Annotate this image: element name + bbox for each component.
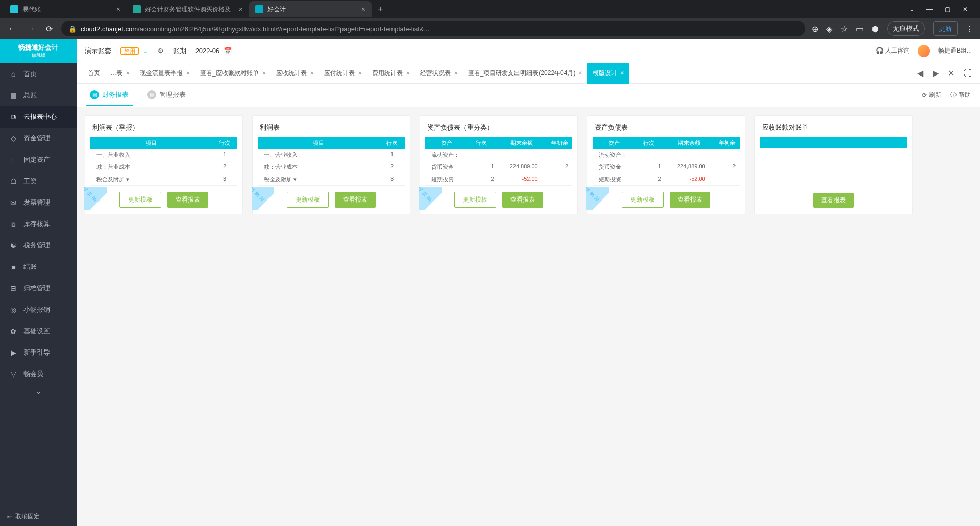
sidebar-item[interactable]: ▦ 固定资产 (0, 149, 77, 170)
sidebar-item[interactable]: ✿ 基础设置 (0, 320, 77, 342)
sub-tab-label: 管理报表 (159, 90, 186, 99)
update-template-button[interactable]: 更新模板 (622, 192, 664, 208)
close-icon[interactable]: ✕ (454, 70, 458, 76)
brand-logo[interactable]: 畅捷通好会计 旗舰版 (0, 39, 77, 63)
sidebar-expand-toggle[interactable]: ⌄ (0, 385, 77, 398)
refresh-button[interactable]: ⟳ 刷新 (922, 91, 941, 99)
view-report-button[interactable]: 查看报表 (502, 192, 543, 208)
app-tab[interactable]: 经营状况表✕ (415, 63, 463, 84)
tabs-next-button[interactable]: ▶ (930, 66, 941, 80)
sidebar-icon: ⧈ (9, 220, 17, 229)
card-actions: 更新模板查看报表 (420, 186, 577, 214)
avatar[interactable] (918, 45, 930, 57)
table-row: 流动资产： (425, 149, 572, 161)
sidebar-item[interactable]: ☯ 税务管理 (0, 235, 77, 256)
back-button[interactable]: ← (6, 24, 18, 33)
menu-icon[interactable]: ⋮ (966, 24, 974, 34)
support-link[interactable]: 🎧 人工咨询 (876, 46, 910, 55)
close-icon[interactable]: ✕ (262, 70, 266, 76)
table-header: 资产 行次 期末余额 年初余 (593, 137, 740, 149)
disable-dropdown[interactable]: 禁用 ⌄ (120, 47, 149, 55)
extensions-icon[interactable]: ◈ (826, 24, 832, 34)
url-path: /accounting/uh26t264j5ui/98gdhygx8w/idx.… (138, 25, 429, 33)
view-report-button[interactable]: 查看报表 (335, 192, 376, 208)
sidebar-item[interactable]: ✉ 发票管理 (0, 192, 77, 213)
sidebar-item[interactable]: ⧈ 库存核算 (0, 213, 77, 235)
fullscreen-icon[interactable]: ⛶ (962, 67, 974, 80)
close-icon[interactable]: ✕ (406, 70, 410, 76)
ledger-name[interactable]: 演示账套 (85, 46, 111, 56)
chevron-down-icon[interactable]: ⌄ (909, 6, 914, 13)
update-template-button[interactable]: 更新模板 (287, 192, 329, 208)
close-window-button[interactable]: ✕ (963, 6, 968, 13)
forward-button[interactable]: → (24, 24, 37, 33)
app-tab[interactable]: …表✕ (105, 63, 135, 84)
card-actions: 更新模板查看报表 (253, 186, 410, 214)
sidebar-icon: ▦ (9, 156, 17, 164)
maximize-button[interactable]: ▢ (945, 6, 950, 13)
disable-tag: 禁用 (120, 47, 139, 55)
reload-button[interactable]: ⟳ (43, 24, 55, 34)
browser-tab[interactable]: 好会计 × (249, 1, 372, 17)
close-icon[interactable]: ✕ (126, 70, 130, 76)
sidebar-item[interactable]: ⧉ 云报表中心 (0, 106, 77, 128)
reading-list-icon[interactable]: ▭ (856, 24, 864, 34)
username[interactable]: 畅捷通B组... (938, 46, 972, 55)
card-actions: 更新模板查看报表 (85, 186, 242, 214)
update-button[interactable]: 更新 (933, 21, 958, 36)
close-icon[interactable]: ✕ (358, 70, 362, 76)
minimize-button[interactable]: — (926, 6, 933, 13)
app-tab[interactable]: 应付统计表✕ (319, 63, 367, 84)
tabs-close-all-button[interactable]: ✕ (946, 66, 957, 80)
close-icon[interactable]: ✕ (186, 70, 190, 76)
sidebar-item[interactable]: ▽ 畅会员 (0, 363, 77, 385)
browser-tab[interactable]: 易代账 × (4, 1, 127, 17)
new-tab-button[interactable]: + (372, 4, 389, 15)
view-report-button[interactable]: 查看报表 (167, 192, 208, 208)
update-template-button[interactable]: 更新模板 (119, 192, 161, 208)
sidebar-item[interactable]: ◇ 资金管理 (0, 128, 77, 149)
close-icon[interactable]: ✕ (578, 70, 582, 76)
sidebar-item[interactable]: ▶ 新手引导 (0, 342, 77, 363)
close-icon[interactable]: ✕ (620, 70, 624, 76)
unpin-button[interactable]: ⇤ 取消固定 (0, 507, 77, 526)
app-tab[interactable]: 查看_项目研发支出明细表(2022年04月)✕ (463, 63, 588, 84)
incognito-icon[interactable]: ⬢ (872, 24, 879, 34)
app-tab[interactable]: 费用统计表✕ (367, 63, 415, 84)
app-tab-label: 模版设计 (593, 69, 617, 78)
app-root: 畅捷通好会计 旗舰版 演示账套 禁用 ⌄ ⚙ 账期 2022-06 📅 🎧 人工… (0, 39, 980, 526)
close-icon[interactable]: ✕ (310, 70, 314, 76)
url-input[interactable]: 🔒 cloud2.chanjet.com /accounting/uh26t26… (61, 21, 805, 36)
address-bar: ← → ⟳ 🔒 cloud2.chanjet.com /accounting/u… (0, 18, 980, 39)
zoom-icon[interactable]: ⊕ (812, 24, 818, 34)
browser-tab[interactable]: 好会计财务管理软件购买价格及 × (127, 1, 249, 17)
card-title: 应收账款对账单 (755, 116, 912, 137)
gear-icon[interactable]: ⚙ (158, 47, 164, 55)
close-icon[interactable]: × (116, 5, 120, 13)
sidebar-item[interactable]: ☖ 工资 (0, 170, 77, 192)
help-button[interactable]: ⓘ 帮助 (950, 91, 971, 99)
view-report-button[interactable]: 查看报表 (670, 192, 710, 208)
app-tab[interactable]: 首页 (83, 63, 105, 84)
sidebar-item[interactable]: ⊟ 归档管理 (0, 278, 77, 299)
tab-title: 好会计 (267, 5, 357, 14)
tabs-nav: ◀ ▶ ✕ ⛶ (915, 66, 980, 80)
sidebar-item[interactable]: ▤ 总账 (0, 85, 77, 106)
sub-tab[interactable]: ▤ 财务报表 (86, 85, 133, 106)
update-template-button[interactable]: 更新模板 (454, 192, 496, 208)
close-icon[interactable]: × (239, 5, 243, 13)
app-tab[interactable]: 模版设计✕ (587, 63, 629, 84)
period-picker[interactable]: 2022-06 📅 (195, 47, 232, 55)
sidebar-item-label: 新手引导 (23, 348, 50, 357)
sidebar-item[interactable]: ⌂ 首页 (0, 63, 77, 85)
sidebar-item[interactable]: ◎ 小畅报销 (0, 299, 77, 320)
sidebar-item[interactable]: ▣ 结账 (0, 256, 77, 278)
view-report-button[interactable]: 查看报表 (813, 193, 854, 208)
star-icon[interactable]: ☆ (841, 24, 848, 34)
app-tab[interactable]: 查看_应收账款对账单✕ (195, 63, 271, 84)
app-tab[interactable]: 应收统计表✕ (271, 63, 319, 84)
tabs-prev-button[interactable]: ◀ (915, 66, 925, 80)
sub-tab[interactable]: ▤ 管理报表 (143, 85, 190, 106)
app-tab[interactable]: 现金流量表季报✕ (135, 63, 195, 84)
close-icon[interactable]: × (361, 5, 365, 13)
